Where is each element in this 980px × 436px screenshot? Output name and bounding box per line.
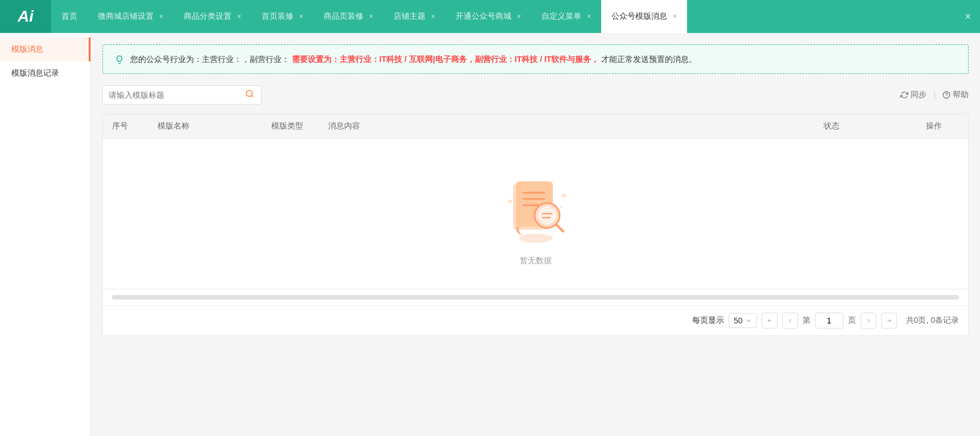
notice-suffix: 才能正常发送预置的消息。 [601,55,697,64]
col-header-status: 状态 [814,114,900,138]
page-prefix-label: 第 [803,315,811,326]
search-input-wrap[interactable] [102,85,262,105]
svg-point-12 [538,206,556,225]
svg-point-18 [560,206,563,208]
first-page-icon [766,317,773,324]
horizontal-scrollbar-wrap [103,289,968,305]
prev-page-icon [787,317,793,324]
top-nav: Ai 首页微商城店铺设置×商品分类设置×首页装修×商品页装修×店铺主题×开通公众… [0,0,980,33]
empty-illustration [502,173,570,247]
notice-highlight: 需要设置为：主营行业：IT科技 / 互联网|电子商务，副营行业：IT科技 / I… [292,55,599,64]
per-page-select[interactable]: 50 [729,313,757,328]
notice-box: 您的公众号行业为：主营行业：，副营行业： 需要设置为：主营行业：IT科技 / 互… [102,44,969,74]
toolbar-right: 同步 | 帮助 [900,90,969,100]
last-page-icon [886,317,892,324]
next-page-button[interactable] [861,313,876,329]
nav-tab-store-settings[interactable]: 微商城店铺设置× [88,0,173,33]
page-unit-label: 页 [848,315,856,326]
nav-tab-home-decoration[interactable]: 首页装修× [251,0,313,33]
close-tab-product-decoration[interactable]: × [369,13,373,20]
nav-tab-template-msg[interactable]: 公众号模版消息× [601,0,687,33]
page-number-input[interactable] [815,313,843,329]
close-all-tabs-button[interactable]: × [965,11,971,23]
pagination-summary: 共0页, 0条记录 [906,315,959,326]
close-tab-custom-menu[interactable]: × [587,13,591,20]
close-tab-store-settings[interactable]: × [159,13,163,20]
close-tab-template-msg[interactable]: × [673,13,677,20]
nav-tab-open-mall[interactable]: 开通公众号商城× [445,0,531,33]
svg-point-1 [246,90,253,97]
close-tab-store-theme[interactable]: × [431,13,435,20]
notice-prefix: 您的公众号行业为：主营行业：，副营行业： [130,55,290,64]
svg-point-5 [519,234,553,243]
nav-tab-product-decoration[interactable]: 商品页装修× [313,0,383,33]
toolbar-divider: | [933,90,936,99]
svg-line-13 [556,225,563,231]
col-header-action: 操作 [900,114,968,138]
svg-point-16 [508,200,512,203]
data-table: 序号 模版名称 模版类型 消息内容 状态 操作 [102,114,969,336]
sidebar: 模版消息模版消息记录 [0,33,91,436]
empty-text: 暂无数据 [520,256,552,266]
chevron-down-icon [745,317,752,324]
horizontal-scrollbar[interactable] [112,295,959,300]
next-page-icon [865,317,872,324]
empty-state: 暂无数据 [103,139,968,289]
bulb-icon [114,55,125,65]
close-tab-category-settings[interactable]: × [237,13,241,20]
search-input[interactable] [109,90,245,99]
nav-tab-custom-menu[interactable]: 自定义菜单× [531,0,601,33]
search-icon-button[interactable] [245,89,254,101]
table-header: 序号 模版名称 模版类型 消息内容 状态 操作 [103,114,968,139]
pagination: 每页显示 50 [103,305,968,335]
main-layout: 模版消息模版消息记录 您的公众号行业为：主营行业：，副营行业： 需要设置为：主营… [0,33,980,436]
nav-tab-home[interactable]: 首页 [51,0,88,33]
first-page-button[interactable] [762,313,778,329]
per-page-label: 每页显示 [692,315,724,326]
nav-tab-store-theme[interactable]: 店铺主题× [383,0,445,33]
sync-button[interactable]: 同步 [900,90,927,100]
sidebar-item-template-message[interactable]: 模版消息 [0,38,90,61]
help-button[interactable]: 帮助 [942,90,969,100]
app-logo: Ai [0,0,51,33]
col-header-type: 模版类型 [262,114,319,138]
close-tab-open-mall[interactable]: × [517,13,521,20]
search-bar: 同步 | 帮助 [102,85,969,105]
last-page-button[interactable] [881,313,897,329]
content-area: 您的公众号行业为：主营行业：，副营行业： 需要设置为：主营行业：IT科技 / 互… [91,33,980,436]
per-page-value: 50 [734,316,743,325]
sidebar-item-template-message-log[interactable]: 模版消息记录 [0,61,90,85]
prev-page-button[interactable] [782,313,798,329]
nav-tab-category-settings[interactable]: 商品分类设置× [173,0,251,33]
col-header-name: 模版名称 [148,114,262,138]
col-header-content: 消息内容 [319,114,814,138]
svg-line-2 [251,95,253,97]
col-header-seq: 序号 [103,114,148,138]
svg-point-17 [562,193,567,198]
close-tab-home-decoration[interactable]: × [299,13,303,20]
